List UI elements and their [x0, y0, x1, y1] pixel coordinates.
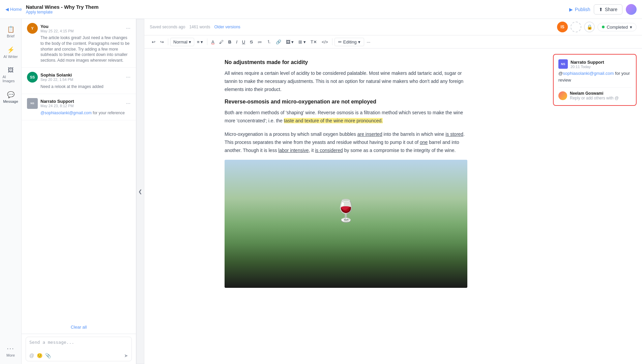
- avatar-lock: 🔒: [584, 22, 595, 32]
- highlight-button[interactable]: 🖊: [217, 38, 226, 46]
- list-item[interactable]: SS Sophia Solanki Sep 20 22, 1:54 PM ···…: [22, 68, 136, 94]
- collapse-panel-button[interactable]: ❮: [136, 19, 144, 364]
- editor-area: Saved seconds ago 1461 words Older versi…: [144, 19, 642, 364]
- main-layout: 📋 Brief ⚡ AI Writer 🖼 AI Images 💬 Messag…: [0, 19, 642, 364]
- attachment-icon[interactable]: 📎: [45, 353, 51, 358]
- document-title-area: Natural Wines - Why Try Them Apply templ…: [26, 4, 565, 14]
- list-item[interactable]: NS Narrato Support May 24 23, 8:12 PM ··…: [22, 94, 136, 120]
- editor-status-bar: Saved seconds ago 1461 words Older versi…: [144, 19, 642, 35]
- message-header: Y You May 25 22, 4:15 PM ···: [27, 23, 130, 34]
- mention-icon[interactable]: @: [29, 353, 34, 358]
- section-paragraph: All wines require a certain level of aci…: [225, 69, 467, 93]
- message-meta: Narrato Support May 24 23, 8:12 PM: [40, 99, 123, 108]
- sidebar-item-ai-images[interactable]: 🖼 AI Images: [1, 64, 20, 86]
- message-options-button[interactable]: ···: [126, 100, 130, 107]
- section-heading: No adjustments made for acidity: [225, 59, 467, 65]
- sidebar-item-brief[interactable]: 📋 Brief: [1, 23, 20, 41]
- style-select[interactable]: Normal ▾: [170, 38, 194, 46]
- content-section-2: Reverse-osmosis and micro-oxygenation ar…: [225, 99, 467, 154]
- avatar: SS: [27, 72, 38, 83]
- bullet-list-button[interactable]: ≔: [256, 38, 264, 46]
- link-button[interactable]: 🔗: [274, 38, 283, 46]
- wine-vineyard-image: 🍷: [225, 160, 467, 288]
- format-toolbar: ↩ ↪ Normal ▾ ≡ ▾ A 🖊 B I U S ≔ ⒈ 🔗 🖼 ▾ ⊞…: [144, 35, 642, 49]
- avatar: Y: [27, 23, 38, 34]
- editor-top-right: IS 🔒 Completed ▾: [557, 22, 637, 32]
- reply-input[interactable]: Reply or add others with @: [570, 96, 619, 100]
- comment-card: NS Narrato Support 20:11 Today @sophiaso…: [553, 54, 637, 106]
- apply-template-link[interactable]: Apply template: [26, 10, 565, 14]
- clear-format-button[interactable]: T✕: [309, 38, 319, 46]
- content-section-1: No adjustments made for acidity All wine…: [225, 59, 467, 93]
- brief-icon: 📋: [7, 26, 14, 33]
- comment-author-info: Narrato Support 20:11 Today: [571, 60, 604, 69]
- completed-status-badge[interactable]: Completed ▾: [597, 23, 637, 31]
- publish-icon: ▶: [569, 7, 573, 12]
- avatar-ghost: [571, 22, 581, 32]
- pencil-icon: ✏: [338, 39, 342, 44]
- redo-button[interactable]: ↪: [158, 38, 166, 46]
- editor-body: No adjustments made for acidity All wine…: [144, 49, 642, 364]
- font-color-button[interactable]: A: [209, 38, 216, 46]
- chevron-left-icon: ◀: [5, 7, 9, 12]
- send-message-button[interactable]: ➤: [124, 353, 128, 358]
- table-button[interactable]: ⊞ ▾: [296, 38, 308, 46]
- undo-button[interactable]: ↩: [150, 38, 157, 46]
- clear-all-button[interactable]: Clear all: [71, 325, 87, 330]
- user-avatar[interactable]: [626, 4, 637, 15]
- editing-mode-select[interactable]: ✏ Editing ▾: [334, 38, 364, 46]
- share-button[interactable]: ⬆ Share: [594, 4, 622, 14]
- underline-button[interactable]: U: [240, 38, 247, 46]
- sidebar-item-message[interactable]: 💬 Message: [1, 88, 20, 106]
- wine-glass-graphic: 🍷: [332, 198, 359, 223]
- sidebar-item-ai-writer[interactable]: ⚡ AI Writer: [1, 43, 20, 61]
- message-header: SS Sophia Solanki Sep 20 22, 1:54 PM ···: [27, 72, 130, 83]
- comment-reply-row: Neelam Goswami Reply or add others with …: [558, 87, 631, 100]
- toolbar-divider: [168, 38, 168, 45]
- message-icon: 💬: [7, 91, 14, 98]
- document-title: Natural Wines - Why Try Them: [26, 4, 565, 10]
- numbered-list-button[interactable]: ⒈: [265, 37, 273, 46]
- top-bar-actions: ▶ Publish ⬆ Share: [569, 4, 637, 15]
- left-sidebar: 📋 Brief ⚡ AI Writer 🖼 AI Images 💬 Messag…: [0, 19, 22, 364]
- toolbar-divider: [207, 38, 207, 45]
- back-home-link[interactable]: ◀ Home: [5, 7, 22, 12]
- bold-button[interactable]: B: [226, 38, 233, 46]
- image-button[interactable]: 🖼 ▾: [284, 38, 296, 46]
- top-bar: ◀ Home Natural Wines - Why Try Them Appl…: [0, 0, 642, 19]
- message-meta: You May 25 22, 4:15 PM: [40, 24, 123, 33]
- message-options-button[interactable]: ···: [126, 74, 130, 80]
- emoji-icon[interactable]: 🙂: [37, 353, 42, 358]
- message-input[interactable]: [29, 340, 128, 350]
- lightning-icon: ⚡: [7, 46, 14, 54]
- message-input-area: @ 🙂 📎 ➤: [22, 334, 136, 364]
- more-icon: ···: [7, 344, 14, 352]
- sidebar-item-more[interactable]: ··· More: [1, 342, 20, 360]
- publish-button[interactable]: ▶ Publish: [569, 7, 590, 12]
- word-count: 1461 words: [189, 25, 210, 29]
- avatar-is[interactable]: IS: [557, 22, 568, 32]
- message-input-actions: @ 🙂 📎 ➤: [29, 351, 128, 358]
- section-paragraph: Micro-oxygenation is a process by which …: [225, 130, 467, 154]
- message-input-box: @ 🙂 📎 ➤: [26, 337, 132, 361]
- comment-author-row: NS Narrato Support 20:11 Today: [558, 59, 631, 69]
- editor-content[interactable]: No adjustments made for acidity All wine…: [144, 49, 548, 364]
- section-paragraph: Both are modern methods of 'shaping' win…: [225, 109, 467, 125]
- image-icon: 🖼: [8, 67, 14, 74]
- share-icon: ⬆: [599, 7, 603, 12]
- older-versions-link[interactable]: Older versions: [214, 25, 240, 29]
- more-options-button[interactable]: ···: [365, 38, 373, 46]
- code-button[interactable]: </>: [320, 38, 330, 46]
- chevron-down-icon: ▾: [358, 39, 360, 44]
- chevron-left-icon: ❮: [138, 189, 142, 194]
- message-options-button[interactable]: ···: [126, 25, 130, 31]
- strikethrough-button[interactable]: S: [248, 38, 255, 46]
- reply-avatar: [558, 91, 567, 100]
- clear-all-area: Clear all: [22, 320, 136, 334]
- status-dot: [602, 26, 605, 28]
- editor-inner: No adjustments made for acidity All wine…: [225, 59, 467, 288]
- list-item[interactable]: Y You May 25 22, 4:15 PM ··· The article…: [22, 19, 136, 68]
- italic-button[interactable]: I: [234, 38, 239, 46]
- messages-list: Y You May 25 22, 4:15 PM ··· The article…: [22, 19, 136, 320]
- align-button[interactable]: ≡ ▾: [195, 38, 205, 46]
